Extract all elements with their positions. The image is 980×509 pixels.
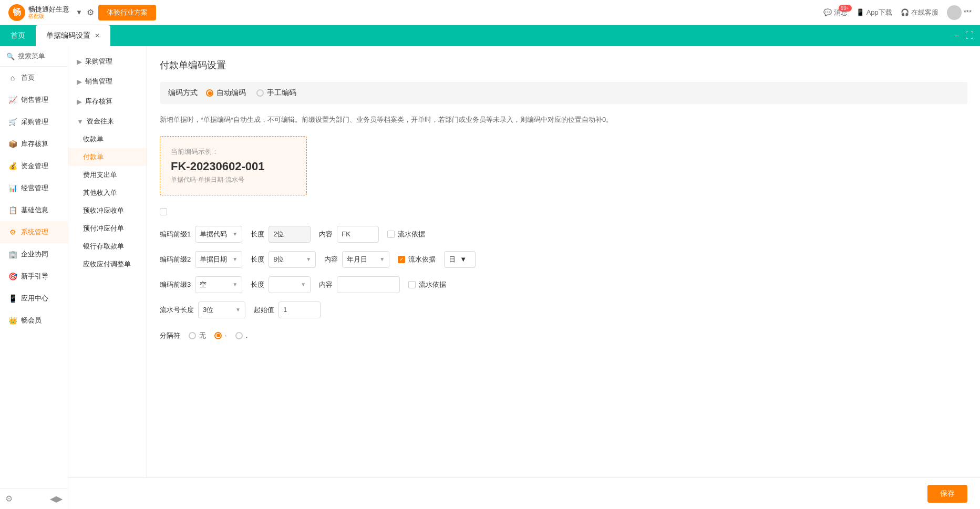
separator-row: 分隔符 无 · . [160, 331, 967, 340]
tab-close-icon[interactable]: ✕ [95, 32, 100, 39]
sub-nav-group-inventory: ▶ 库存核算 [68, 92, 147, 110]
apps-icon: 📱 [8, 294, 17, 303]
prefix3-select[interactable]: 空 ▼ [195, 276, 242, 293]
online-service-button[interactable]: 🎧 在线客服 [901, 8, 938, 17]
sidebar-item-system[interactable]: ⚙ 系统管理 [0, 221, 68, 243]
sidebar-item-sales[interactable]: 📈 销售管理 [0, 89, 68, 111]
prefix2-caret: ▼ [232, 256, 238, 262]
settings-footer-icon[interactable]: ⚙ [5, 494, 13, 504]
sub-nav-item-payment[interactable]: 付款单 [68, 148, 147, 166]
sidebar-item-enterprise[interactable]: 🏢 企业协同 [0, 243, 68, 265]
prefix3-field: 编码前缀3 空 ▼ [160, 276, 242, 293]
logo-icon: 畅 [8, 4, 25, 21]
preview-code: FK-20230602-001 [171, 160, 296, 173]
manual-coding-radio[interactable]: 手工编码 [256, 88, 296, 98]
content2-select[interactable]: 年月日 ▼ [342, 251, 389, 268]
serial-length-caret: ▼ [235, 307, 241, 313]
minimize-icon[interactable]: － [953, 30, 961, 41]
auto-coding-radio[interactable]: 自动编码 [206, 88, 246, 98]
save-button[interactable]: 保存 [927, 485, 967, 503]
trial-button[interactable]: 体验行业方案 [98, 5, 156, 20]
length2-caret: ▼ [306, 256, 311, 262]
content1-label: 内容 [319, 230, 333, 239]
main-panel: 付款单编码设置 编码方式 自动编码 手工编码 [147, 46, 980, 477]
length2-select[interactable]: 8位 ▼ [269, 251, 316, 268]
start-value-input[interactable]: 1 [278, 302, 321, 318]
serial-length-label: 流水号长度 [160, 305, 194, 315]
form-row-prefix1: 编码前缀1 单据代码 ▼ 长度 2位 [160, 226, 967, 243]
separator-none-radio[interactable]: 无 [189, 331, 206, 340]
sidebar-item-purchase[interactable]: 🛒 采购管理 [0, 111, 68, 133]
nav-dropdown[interactable]: ▼ [76, 8, 82, 16]
waterflow3-checkbox[interactable]: 流水依据 [408, 280, 446, 289]
sub-nav-group-finance: ▼ 资金往来 收款单 付款单 费用支出单 其他收入单 预收冲应收单 预付冲应付单… [68, 112, 147, 273]
user-avatar[interactable]: *** [947, 5, 972, 20]
separator-dash-radio[interactable]: . [235, 331, 248, 339]
app-download-button[interactable]: 📱 App下载 [856, 8, 892, 17]
separator-dot-radio[interactable]: · [214, 331, 227, 339]
sub-nav-finance-header[interactable]: ▼ 资金往来 [68, 112, 147, 130]
messages-button[interactable]: 💬 消息 99+ [823, 8, 848, 17]
waterflow3-box[interactable] [408, 281, 416, 288]
sub-nav-item-adjust[interactable]: 应收应付调整单 [68, 255, 147, 273]
content3-input [337, 276, 400, 293]
serial-length-select[interactable]: 3位 ▼ [198, 302, 245, 318]
settings-icon[interactable]: ⚙ [87, 7, 94, 17]
sub-nav-item-expense[interactable]: 费用支出单 [68, 166, 147, 184]
sub-nav: ▶ 采购管理 ▶ 销售管理 ▶ 库存核算 [68, 46, 147, 477]
content3-label: 内容 [319, 280, 333, 289]
sidebar-item-guide[interactable]: 🎯 新手引导 [0, 265, 68, 287]
sidebar-item-operations[interactable]: 📊 经营管理 [0, 177, 68, 199]
sub-nav-item-prepay-receivable[interactable]: 预收冲应收单 [68, 202, 147, 220]
length2-field: 长度 8位 ▼ [251, 251, 316, 268]
top-bar: 畅 畅捷通好生意 搭配版 ▼ ⚙ 体验行业方案 💬 消息 99+ 📱 App下载… [0, 0, 980, 25]
logo-text: 畅捷通好生意 搭配版 [28, 5, 69, 20]
prefix2-field: 编码前缀2 单据日期 ▼ [160, 251, 242, 268]
sub-nav-purchase-header[interactable]: ▶ 采购管理 [68, 53, 147, 70]
sidebar-item-inventory[interactable]: 📦 库存核算 [0, 133, 68, 155]
form-row-prefix2: 编码前缀2 单据日期 ▼ 长度 8位 ▼ [160, 251, 967, 268]
sidebar-item-finance[interactable]: 💰 资金管理 [0, 155, 68, 177]
day-option-caret: ▼ [460, 255, 467, 263]
tab-bar: 首页 单据编码设置 ✕ － ⛶ [0, 25, 980, 46]
page-title: 付款单编码设置 [160, 59, 967, 71]
sub-nav-item-other-income[interactable]: 其他收入单 [68, 184, 147, 202]
tab-home[interactable]: 首页 [0, 25, 36, 46]
finance-icon: 💰 [8, 162, 17, 170]
prefix1-select[interactable]: 单据代码 ▼ [195, 226, 242, 243]
preview-box: 当前编码示例： FK-20230602-001 单据代码-单据日期-流水号 [160, 136, 307, 195]
waterflow1-checkbox[interactable]: 流水依据 [387, 230, 425, 239]
waterflow2-checkbox[interactable]: ✓ 流水依据 [398, 255, 436, 264]
day-option-select[interactable]: 日 ▼ [444, 251, 476, 268]
sub-nav-inventory-header[interactable]: ▶ 库存核算 [68, 92, 147, 110]
length3-select[interactable]: ▼ [269, 276, 311, 293]
form-row-serial: 流水号长度 3位 ▼ 起始值 1 [160, 302, 967, 318]
collapse-icon[interactable]: ◀▶ [50, 494, 63, 504]
sidebar-item-apps[interactable]: 📱 应用中心 [0, 287, 68, 309]
waterflow1-box[interactable] [387, 231, 395, 238]
waterflow2-box-checked[interactable]: ✓ [398, 256, 405, 263]
sub-nav-item-bank[interactable]: 银行存取款单 [68, 237, 147, 255]
auto-fill-checkbox[interactable] [160, 208, 167, 215]
sub-nav-group-purchase: ▶ 采购管理 [68, 53, 147, 70]
sidebar-footer: ⚙ ◀▶ [0, 488, 68, 509]
home-icon: ⌂ [8, 74, 17, 82]
sub-nav-sales-header[interactable]: ▶ 销售管理 [68, 72, 147, 90]
sub-nav-item-prepay-payable[interactable]: 预付冲应付单 [68, 220, 147, 237]
prefix1-caret: ▼ [232, 231, 238, 237]
content1-input: FK [337, 226, 379, 243]
sidebar-search[interactable]: 🔍 搜索菜单 [0, 46, 68, 67]
sidebar-item-home[interactable]: ⌂ 首页 [0, 67, 68, 89]
sub-nav-item-receipt[interactable]: 收款单 [68, 130, 147, 148]
tab-document-code[interactable]: 单据编码设置 ✕ [36, 25, 110, 46]
prefix3-caret: ▼ [232, 282, 238, 287]
sidebar-item-basic[interactable]: 📋 基础信息 [0, 199, 68, 221]
sidebar-item-member[interactable]: 👑 畅会员 [0, 309, 68, 331]
maximize-icon[interactable]: ⛶ [965, 31, 974, 40]
avatar-img [947, 5, 962, 20]
auto-coding-radio-circle [206, 89, 213, 97]
info-text: 新增单据时，*单据编码*自动生成，不可编辑。前缀设置为部门、业务员等档案类，开单… [160, 115, 967, 126]
top-bar-right: 💬 消息 99+ 📱 App下载 🎧 在线客服 *** [823, 5, 972, 20]
prefix2-select[interactable]: 单据日期 ▼ [195, 251, 242, 268]
serial-length-field: 流水号长度 3位 ▼ [160, 302, 245, 318]
